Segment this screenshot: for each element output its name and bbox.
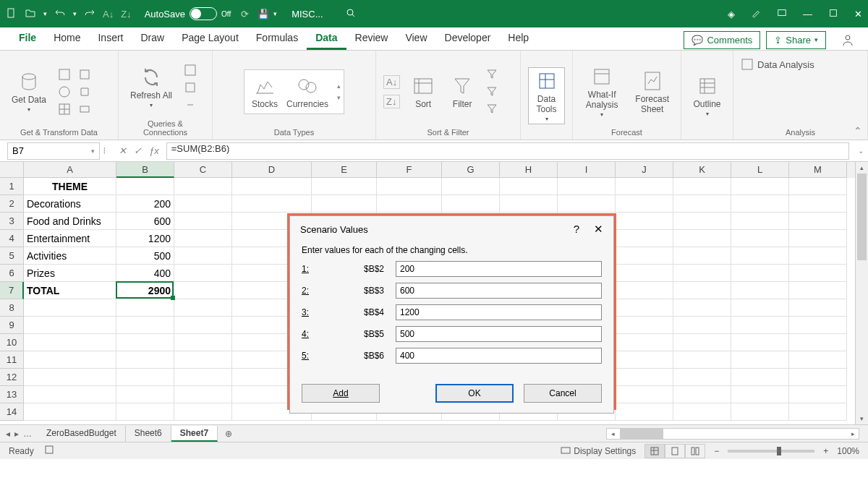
cell[interactable] [673, 195, 731, 213]
page-layout-view-icon[interactable] [665, 444, 685, 458]
cancel-formula-icon[interactable]: ✕ [119, 145, 127, 156]
cell[interactable]: 500 [116, 247, 174, 265]
select-all-corner[interactable] [0, 162, 24, 178]
outline-button[interactable]: Outline ▾ [689, 73, 725, 119]
row-header[interactable]: 1 [0, 178, 24, 195]
sort-asc-icon[interactable]: A↓ [103, 9, 114, 20]
cell[interactable] [789, 317, 847, 334]
data-tools-button[interactable]: Data Tools ▾ [528, 67, 565, 124]
cell[interactable] [24, 403, 116, 421]
from-text-icon[interactable] [58, 68, 71, 81]
cell[interactable] [616, 213, 673, 230]
cell[interactable] [673, 369, 731, 386]
cell[interactable] [174, 265, 232, 282]
scroll-left-icon[interactable]: ◂ [607, 429, 618, 439]
ok-button[interactable]: OK [435, 384, 514, 403]
enter-formula-icon[interactable]: ✓ [134, 145, 142, 156]
share-button[interactable]: ⇪ Share ▾ [766, 31, 826, 49]
cell[interactable] [731, 369, 789, 386]
row-header[interactable]: 10 [0, 334, 24, 351]
cell[interactable] [616, 386, 673, 403]
scroll-down-icon[interactable]: ▾ [856, 413, 868, 424]
get-data-button[interactable]: Get Data ▾ [7, 69, 51, 114]
tab-draw[interactable]: Draw [132, 27, 174, 50]
sort-button[interactable]: Sort [407, 73, 439, 111]
edit-links-icon[interactable] [184, 98, 197, 111]
cell[interactable] [789, 230, 847, 247]
cell[interactable] [174, 247, 232, 265]
close-icon[interactable]: ✕ [854, 9, 862, 20]
cell[interactable]: 600 [116, 213, 174, 230]
row-header[interactable]: 11 [0, 351, 24, 369]
cell[interactable]: THEME [24, 178, 116, 195]
cell[interactable] [24, 351, 116, 369]
filter-button[interactable]: Filter [446, 73, 478, 111]
close-icon[interactable]: ✕ [594, 223, 603, 236]
cell[interactable] [731, 386, 789, 403]
cell[interactable] [673, 213, 731, 230]
cell[interactable] [673, 247, 731, 265]
cell[interactable] [673, 265, 731, 282]
cell[interactable]: Prizes [24, 265, 116, 282]
scroll-thumb[interactable] [620, 429, 663, 439]
tab-view[interactable]: View [396, 27, 435, 50]
row-header[interactable]: 8 [0, 299, 24, 317]
row-header[interactable]: 7 [0, 282, 24, 299]
cell[interactable] [232, 178, 312, 195]
cell[interactable]: Food and Drinks [24, 213, 116, 230]
cell[interactable] [116, 317, 174, 334]
scenario-value-input[interactable] [396, 326, 602, 342]
cell[interactable] [116, 334, 174, 351]
cell[interactable] [174, 317, 232, 334]
cell[interactable] [116, 178, 174, 195]
cell[interactable] [673, 334, 731, 351]
cell[interactable] [442, 178, 500, 195]
data-analysis-button[interactable]: Data Analysis [741, 58, 814, 71]
cell[interactable] [116, 299, 174, 317]
cell[interactable] [616, 282, 673, 299]
cell[interactable] [731, 230, 789, 247]
cell[interactable] [673, 299, 731, 317]
cell[interactable] [174, 351, 232, 369]
cell[interactable] [789, 386, 847, 403]
column-header[interactable]: H [500, 162, 558, 178]
cell[interactable] [442, 195, 500, 213]
cell[interactable] [789, 351, 847, 369]
cell[interactable] [116, 369, 174, 386]
cell[interactable] [673, 178, 731, 195]
cell[interactable] [377, 178, 442, 195]
comments-button[interactable]: 💬 Comments [684, 31, 760, 49]
cell[interactable]: TOTAL [24, 282, 116, 299]
cell[interactable] [24, 369, 116, 386]
cell[interactable] [673, 403, 731, 421]
column-header[interactable]: F [377, 162, 442, 178]
column-header[interactable]: G [442, 162, 500, 178]
dropdown-icon[interactable]: ▾ [273, 10, 277, 17]
cell[interactable] [24, 334, 116, 351]
cell[interactable] [174, 369, 232, 386]
tab-help[interactable]: Help [499, 27, 537, 50]
column-header[interactable]: D [232, 162, 312, 178]
cell[interactable] [616, 247, 673, 265]
cell[interactable] [789, 403, 847, 421]
column-header[interactable]: I [558, 162, 616, 178]
cell[interactable] [616, 195, 673, 213]
cell[interactable] [116, 386, 174, 403]
column-header[interactable]: C [174, 162, 232, 178]
cell[interactable] [174, 386, 232, 403]
scroll-thumb[interactable] [857, 174, 867, 260]
column-header[interactable]: E [312, 162, 377, 178]
zoom-out-icon[interactable]: − [714, 446, 719, 456]
chevron-up-icon[interactable]: ▴ [337, 82, 341, 90]
tab-page-layout[interactable]: Page Layout [173, 27, 247, 50]
sync-icon[interactable]: ⟳ [241, 9, 249, 20]
sheet-tab[interactable]: ZeroBasedBudget [38, 426, 126, 442]
from-table-icon[interactable] [58, 103, 71, 116]
cell[interactable]: Activities [24, 247, 116, 265]
tab-home[interactable]: Home [45, 27, 89, 50]
cell[interactable] [789, 282, 847, 299]
tab-formulas[interactable]: Formulas [247, 27, 307, 50]
sheet-tab[interactable]: Sheet6 [126, 426, 171, 442]
cell[interactable] [789, 178, 847, 195]
cell[interactable] [116, 351, 174, 369]
